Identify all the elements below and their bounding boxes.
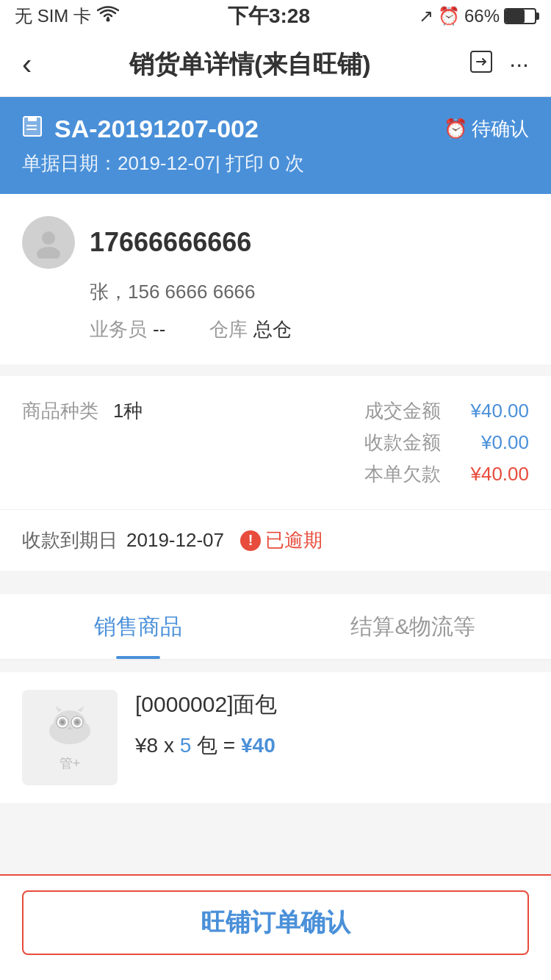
- nav-left: ‹: [22, 48, 32, 81]
- nav-bar: ‹ 销货单详情(来自旺铺) ···: [0, 32, 551, 97]
- transaction-row: 成交金额 ¥40.00: [364, 398, 529, 424]
- overdue-icon: !: [240, 530, 261, 551]
- stats-section: 商品种类 1种 成交金额 ¥40.00 收款金额 ¥0.00 本单欠款 ¥40.…: [0, 376, 551, 571]
- overdue-text: 已逾期: [265, 527, 323, 553]
- status-left: 无 SIM 卡: [15, 4, 119, 28]
- customer-meta: 业务员 -- 仓库 总仓: [22, 317, 529, 342]
- wifi-icon: [97, 6, 119, 26]
- product-type-info: 商品种类 1种: [22, 398, 143, 424]
- order-date: 单据日期：2019-12-07| 打印 0 次: [22, 151, 529, 176]
- svg-marker-17: [55, 706, 62, 712]
- product-image: 管+: [22, 690, 118, 785]
- confirm-order-button[interactable]: 旺铺订单确认: [22, 890, 529, 955]
- status-right: ↗ ⏰ 66%: [419, 6, 536, 26]
- order-id: SA-20191207-002: [22, 115, 259, 143]
- product-info: [0000002]面包 ¥8 x 5 包 = ¥40: [135, 690, 529, 760]
- salesperson-meta: 业务员 --: [90, 317, 165, 342]
- svg-marker-18: [77, 706, 84, 712]
- warehouse-meta: 仓库 总仓: [209, 317, 292, 342]
- product-price: ¥8 x 5 包 = ¥40: [135, 732, 529, 760]
- overdue-section: 收款到期日 2019-12-07 ! 已逾期: [0, 509, 551, 571]
- svg-point-15: [76, 721, 79, 724]
- share-icon[interactable]: [468, 48, 494, 81]
- customer-name: 张，156 6666 6666: [22, 279, 529, 305]
- svg-rect-3: [28, 117, 37, 121]
- battery-percent: 66%: [464, 6, 500, 26]
- nav-right: ···: [468, 48, 529, 81]
- payment-row: 收款金额 ¥0.00: [364, 430, 529, 455]
- order-header-card: SA-20191207-002 ⏰ 待确认 单据日期：2019-12-07| 打…: [0, 97, 551, 194]
- alarm-icon: ⏰: [438, 6, 460, 26]
- tab-products[interactable]: 销售商品: [0, 594, 276, 659]
- status-bar: 无 SIM 卡 下午3:28 ↗ ⏰ 66%: [0, 0, 551, 32]
- svg-point-6: [42, 231, 55, 245]
- customer-phone: 17666666666: [90, 227, 251, 258]
- bottom-bar: 旺铺订单确认: [0, 874, 551, 980]
- separator: [0, 583, 551, 594]
- more-options-icon[interactable]: ···: [509, 51, 529, 78]
- location-icon: ↗: [419, 6, 433, 26]
- status-time: 下午3:28: [228, 2, 310, 30]
- svg-point-7: [37, 247, 60, 259]
- product-name: [0000002]面包: [135, 690, 529, 720]
- order-status-badge: ⏰ 待确认: [444, 116, 529, 142]
- svg-point-0: [107, 18, 110, 22]
- back-button[interactable]: ‹: [22, 48, 32, 81]
- balance-row: 本单欠款 ¥40.00: [364, 461, 529, 487]
- tab-settlement[interactable]: 结算&物流等: [276, 594, 551, 659]
- product-item: 管+ [0000002]面包 ¥8 x 5 包 = ¥40: [22, 690, 529, 785]
- amount-stats: 成交金额 ¥40.00 收款金额 ¥0.00 本单欠款 ¥40.00: [364, 398, 529, 487]
- order-icon: [22, 115, 47, 143]
- avatar: [22, 216, 75, 269]
- page-title: 销货单详情(来自旺铺): [129, 48, 371, 82]
- customer-section: 17666666666 张，156 6666 6666 业务员 -- 仓库 总仓: [0, 194, 551, 364]
- clock-icon: ⏰: [444, 118, 467, 140]
- carrier-text: 无 SIM 卡: [15, 4, 91, 28]
- battery-icon: [504, 8, 536, 24]
- tabs-section: 销售商品 结算&物流等: [0, 594, 551, 660]
- product-section: 管+ [0000002]面包 ¥8 x 5 包 = ¥40: [0, 672, 551, 803]
- overdue-badge: ! 已逾期: [240, 527, 323, 553]
- svg-point-12: [61, 721, 65, 724]
- tab-indicator: [116, 656, 160, 659]
